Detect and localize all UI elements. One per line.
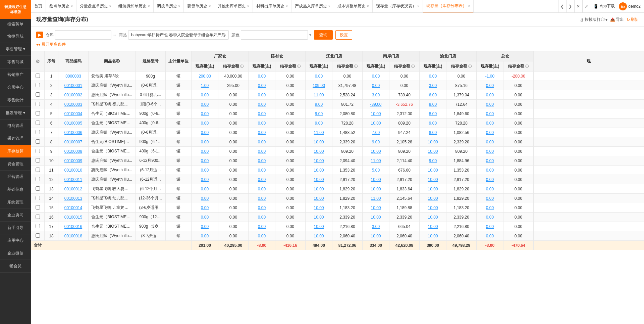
sidebar-item-finance[interactable]: 资金管理 bbox=[0, 158, 31, 171]
row-nanan-stock[interactable]: 0.00 bbox=[363, 81, 389, 90]
row-code[interactable]: 0000003 bbox=[58, 72, 89, 81]
row-jiangbei-stock[interactable]: 9.00 bbox=[306, 119, 332, 128]
row-total-stock[interactable]: 0.00 bbox=[477, 90, 503, 100]
row-code[interactable]: 00100013 bbox=[58, 194, 89, 203]
row-total-stock[interactable]: 0.00 bbox=[477, 137, 503, 147]
row-select[interactable] bbox=[31, 175, 45, 184]
row-factory-stock[interactable]: 0.00 bbox=[192, 90, 218, 100]
row-total-stock[interactable]: -1.00 bbox=[477, 72, 503, 81]
row-yubeimen-stock[interactable]: 10.00 bbox=[420, 137, 446, 147]
row-yubeimen-stock[interactable]: 8.00 bbox=[420, 100, 446, 109]
jiangbei-amount-info[interactable]: ⓘ bbox=[354, 64, 358, 68]
row-jiangbei-stock[interactable]: 10.00 bbox=[306, 231, 332, 241]
sidebar-search[interactable]: 搜索英单 bbox=[0, 19, 31, 30]
row-select[interactable] bbox=[31, 72, 45, 81]
row-factory-stock[interactable]: 0.00 bbox=[192, 100, 218, 109]
row-code[interactable]: 00100004 bbox=[58, 109, 89, 119]
row-code[interactable]: 00100002 bbox=[58, 90, 89, 100]
sidebar-item-wholesale[interactable]: 批发管理 ▾ bbox=[0, 107, 31, 120]
sidebar-item-system[interactable]: 系统管理 bbox=[0, 196, 31, 209]
row-factory-stock[interactable]: 0.00 bbox=[192, 194, 218, 203]
row-code[interactable]: 00100015 bbox=[58, 213, 89, 222]
row-chengtian-stock[interactable]: 0.00 bbox=[249, 194, 275, 203]
row-total-stock[interactable]: 0.00 bbox=[477, 175, 503, 184]
row-code[interactable]: 00100011 bbox=[58, 175, 89, 184]
print-button[interactable]: 🖨 按模版打印 ▾ bbox=[580, 17, 607, 22]
row-chengtian-stock[interactable]: 0.00 bbox=[249, 72, 275, 81]
row-yubeimen-stock[interactable]: 0.00 bbox=[420, 72, 446, 81]
row-yubeimen-stock[interactable]: 10.00 bbox=[420, 203, 446, 213]
row-checkbox[interactable] bbox=[36, 215, 40, 219]
row-yubeimen-stock[interactable]: 6.00 bbox=[420, 90, 446, 100]
row-nanan-stock[interactable]: 10.00 bbox=[363, 175, 389, 184]
row-chengtian-stock[interactable]: 0.00 bbox=[249, 175, 275, 184]
search-button[interactable]: 查询 bbox=[314, 30, 333, 40]
row-chengtian-stock[interactable]: 0.00 bbox=[249, 222, 275, 231]
row-nanan-stock[interactable]: 10.00 bbox=[363, 213, 389, 222]
row-checkbox[interactable] bbox=[36, 102, 40, 106]
row-nanan-stock[interactable]: 10.00 bbox=[363, 184, 389, 194]
sidebar-item-retail-mgmt[interactable]: 零售管理 ▾ bbox=[0, 43, 31, 56]
row-checkbox[interactable] bbox=[36, 158, 40, 163]
tab-combo-disassemble[interactable]: 组装拆卸单历史 × bbox=[115, 0, 154, 13]
user-avatar[interactable]: Ea demo2 bbox=[619, 2, 641, 10]
factory-amount-info[interactable]: ⓘ bbox=[240, 64, 244, 68]
tab-stock-dist[interactable]: 现存量（库存分布表） × bbox=[423, 0, 474, 13]
row-code[interactable]: 00100010 bbox=[58, 166, 89, 175]
tab-other-out[interactable]: 其他出库单历史 × bbox=[214, 0, 253, 13]
row-total-stock[interactable]: 0.00 bbox=[477, 184, 503, 194]
row-factory-stock[interactable]: 0.00 bbox=[192, 156, 218, 166]
row-code[interactable]: 00100001 bbox=[58, 81, 89, 90]
row-yubeimen-stock[interactable]: 10.00 bbox=[420, 175, 446, 184]
row-factory-stock[interactable]: 0.00 bbox=[192, 166, 218, 175]
row-chengtian-stock[interactable]: 0.00 bbox=[249, 166, 275, 175]
row-checkbox[interactable] bbox=[36, 74, 40, 78]
row-yubeimen-stock[interactable]: 8.00 bbox=[420, 109, 446, 119]
row-factory-stock[interactable]: 0.00 bbox=[192, 147, 218, 156]
row-yubeimen-stock[interactable]: 10.00 bbox=[420, 222, 446, 231]
row-select[interactable] bbox=[31, 166, 45, 175]
row-jiangbei-stock[interactable]: 10.00 bbox=[306, 156, 332, 166]
row-jiangbei-stock[interactable]: 10.00 bbox=[306, 175, 332, 184]
row-yubeimen-stock[interactable]: 10.00 bbox=[420, 147, 446, 156]
row-chengtian-stock[interactable]: 0.00 bbox=[249, 100, 275, 109]
row-total-stock[interactable]: 0.00 bbox=[477, 147, 503, 156]
row-code[interactable]: 00100007 bbox=[58, 137, 89, 147]
warehouse-input[interactable] bbox=[55, 30, 111, 40]
tab-material-out[interactable]: 材料出库单历史 × bbox=[253, 0, 291, 13]
row-factory-stock[interactable]: 0.00 bbox=[192, 222, 218, 231]
row-total-stock[interactable]: 0.00 bbox=[477, 81, 503, 90]
row-select[interactable] bbox=[31, 184, 45, 194]
row-chengtian-stock[interactable]: 0.00 bbox=[249, 147, 275, 156]
row-total-stock[interactable]: 0.00 bbox=[477, 109, 503, 119]
row-select[interactable] bbox=[31, 128, 45, 137]
yubeimen-amount-info[interactable]: ⓘ bbox=[468, 64, 472, 68]
sidebar-item-appstore[interactable]: 应用中心 bbox=[0, 234, 31, 247]
row-code[interactable]: 00100003 bbox=[58, 100, 89, 109]
row-code[interactable]: 00100016 bbox=[58, 222, 89, 231]
row-nanan-stock[interactable]: 11.00 bbox=[363, 156, 389, 166]
row-nanan-stock[interactable]: 10.00 bbox=[363, 203, 389, 213]
row-total-stock[interactable]: 0.00 bbox=[477, 119, 503, 128]
row-nanan-stock[interactable]: 5.00 bbox=[363, 166, 389, 175]
row-jiangbei-stock[interactable]: 10.00 bbox=[306, 203, 332, 213]
row-jiangbei-stock[interactable]: 10.00 bbox=[306, 213, 332, 222]
sidebar-item-member[interactable]: 会员中心 bbox=[0, 81, 31, 94]
sidebar-item-marketing[interactable]: 营销推广 bbox=[0, 68, 31, 81]
row-select[interactable] bbox=[31, 194, 45, 203]
tab-expand[interactable]: ⤢ bbox=[582, 0, 590, 13]
row-nanan-stock[interactable]: 9.00 bbox=[363, 137, 389, 147]
row-factory-stock[interactable]: 0.00 bbox=[192, 119, 218, 128]
row-chengtian-stock[interactable]: 0.00 bbox=[249, 203, 275, 213]
row-nanan-stock[interactable]: 7.00 bbox=[363, 128, 389, 137]
row-jiangbei-stock[interactable]: 11.00 bbox=[306, 90, 332, 100]
row-total-stock[interactable]: 0.00 bbox=[477, 128, 503, 137]
tab-prev-arrow[interactable]: ❮ bbox=[558, 0, 566, 13]
row-total-stock[interactable]: 0.00 bbox=[477, 156, 503, 166]
row-checkbox[interactable] bbox=[36, 186, 40, 191]
row-nanan-stock[interactable]: 11.00 bbox=[363, 194, 389, 203]
row-jiangbei-stock[interactable]: 9.00 bbox=[306, 100, 332, 109]
row-factory-stock[interactable]: 0.00 bbox=[192, 175, 218, 184]
row-yubeimen-stock[interactable]: 10.00 bbox=[420, 184, 446, 194]
row-checkbox[interactable] bbox=[36, 205, 40, 210]
